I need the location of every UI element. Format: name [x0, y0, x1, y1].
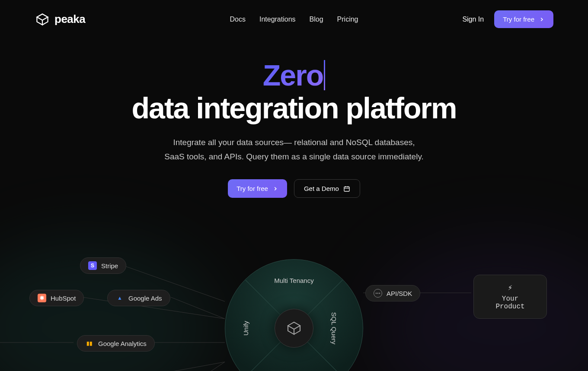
header-right: Sign In Try for free	[462, 10, 553, 28]
main-nav: Docs Integrations Blog Pricing	[230, 16, 358, 23]
nav-blog[interactable]: Blog	[310, 16, 323, 23]
node-google-analytics: ▮▮ Google Analytics	[77, 335, 155, 352]
node-your-product: ⚡ Your Product	[473, 275, 547, 319]
get-demo-label: Get a Demo	[304, 185, 339, 192]
hero-title-rest: data integration platform	[132, 92, 457, 124]
svg-rect-0	[344, 187, 349, 191]
nav-integrations[interactable]: Integrations	[259, 16, 296, 23]
signin-link[interactable]: Sign In	[462, 16, 484, 23]
google-ads-icon: ▲	[115, 294, 124, 302]
chevron-right-icon	[539, 16, 545, 22]
hero-sub-line1: Integrate all your data sources— relatio…	[173, 138, 415, 147]
header: peaka Docs Integrations Blog Pricing Sig…	[0, 0, 588, 38]
node-google-ads: ▲ Google Ads	[107, 290, 170, 306]
hub-label-right: SQL Query	[330, 312, 337, 344]
hub-label-left: Unify	[242, 321, 249, 336]
stripe-icon: S	[88, 261, 97, 270]
try-free-header-label: Try for free	[503, 16, 534, 23]
try-free-header-button[interactable]: Try for free	[494, 10, 553, 28]
google-ads-label: Google Ads	[128, 295, 162, 302]
try-free-hero-label: Try for free	[236, 185, 268, 192]
logo-icon	[35, 12, 50, 27]
hubspot-label: HubSpot	[51, 295, 76, 302]
hub-circle: Multi Tenancy Unify SQL Query Caching	[225, 259, 363, 371]
api-icon: ⋯	[374, 289, 382, 298]
hero-title: Zero data integration platform	[9, 60, 579, 124]
hero-sub-line2: SaaS tools, and APIs. Query them as a si…	[164, 152, 424, 161]
try-free-hero-button[interactable]: Try for free	[228, 179, 287, 198]
nav-docs[interactable]: Docs	[230, 16, 246, 23]
google-analytics-icon: ▮▮	[85, 339, 94, 348]
hero: Zero data integration platform Integrate…	[0, 38, 588, 215]
google-analytics-label: Google Analytics	[98, 340, 147, 347]
api-sdk-label: API/SDK	[387, 290, 412, 297]
typing-cursor	[324, 60, 325, 90]
node-stripe: S Stripe	[80, 257, 126, 274]
your-product-label: Your Product	[495, 295, 524, 311]
hubspot-icon: ✱	[38, 294, 46, 302]
hero-accent-word: Zero	[263, 60, 323, 91]
brand-name: peaka	[54, 13, 85, 26]
hub-center	[275, 309, 313, 348]
chevron-right-icon	[272, 186, 278, 192]
hub-label-top: Multi Tenancy	[274, 277, 313, 284]
node-hubspot: ✱ HubSpot	[29, 290, 84, 306]
logo[interactable]: peaka	[35, 12, 85, 27]
get-demo-button[interactable]: Get a Demo	[294, 179, 360, 198]
hub-logo-icon	[285, 320, 303, 337]
stripe-label: Stripe	[101, 262, 118, 270]
hero-cta-row: Try for free Get a Demo	[9, 179, 579, 198]
nav-pricing[interactable]: Pricing	[337, 16, 358, 23]
integration-diagram: Multi Tenancy Unify SQL Query Caching S …	[0, 224, 588, 371]
node-api-sdk: ⋯ API/SDK	[365, 285, 420, 301]
calendar-icon	[343, 185, 350, 192]
bolt-icon: ⚡	[486, 283, 534, 292]
hero-subtitle: Integrate all your data sources— relatio…	[9, 136, 579, 164]
